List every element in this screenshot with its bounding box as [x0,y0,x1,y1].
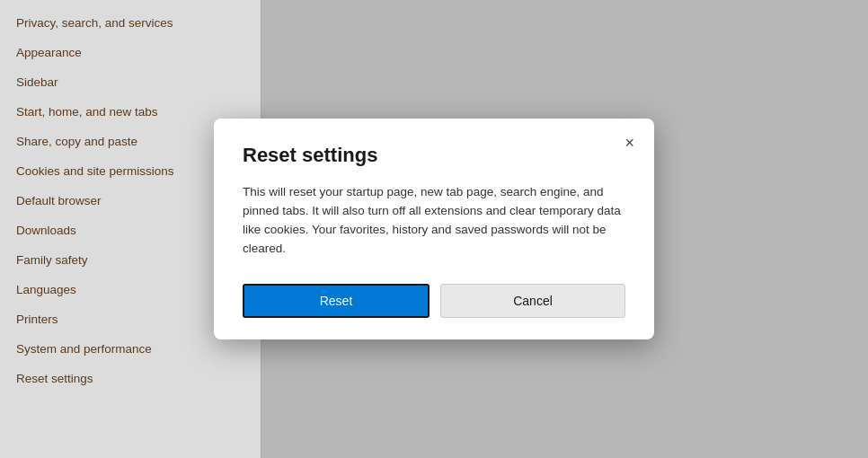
sidebar-item-reset-settings[interactable]: Reset settings [0,365,261,392]
modal-actions: Reset Cancel [243,284,625,318]
modal-body: This will reset your startup page, new t… [243,183,625,259]
sidebar-item-appearance[interactable]: Appearance [0,39,261,66]
sidebar-item-privacy[interactable]: Privacy, search, and services [0,9,261,37]
reset-settings-modal: × Reset settings This will reset your st… [214,119,654,339]
sidebar-item-sidebar[interactable]: Sidebar [0,68,261,96]
modal-title: Reset settings [243,144,625,167]
modal-close-button[interactable]: × [619,131,640,154]
reset-button[interactable]: Reset [243,284,430,318]
cancel-button[interactable]: Cancel [440,284,625,318]
